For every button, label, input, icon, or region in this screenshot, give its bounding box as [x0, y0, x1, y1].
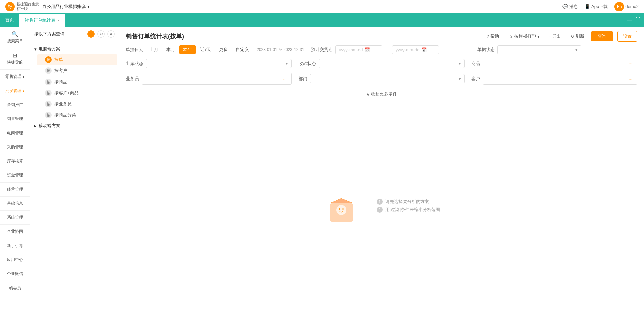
svg-point-1	[336, 205, 346, 215]
sidebar-item-ecommerce[interactable]: 电商管理	[0, 126, 30, 140]
scheme-settings-button[interactable]: ⚙	[97, 30, 105, 38]
payment-status-label: 收款状态	[299, 61, 316, 67]
sidebar-item-marketing[interactable]: 营销推广	[0, 98, 30, 112]
message-button[interactable]: 💬 消息	[562, 4, 578, 10]
maximize-window-button[interactable]: ⛶	[635, 17, 641, 23]
add-scheme-button[interactable]: +	[87, 30, 95, 38]
tree-section-mobile: ▸ 移动端方案	[30, 121, 119, 131]
tree-item-by-product-category[interactable]: 按 按商品分类	[37, 110, 117, 120]
hint-number-2: 2	[377, 207, 383, 213]
collapse-panel-button[interactable]: «	[107, 30, 115, 38]
department-select[interactable]: ▾	[310, 74, 465, 83]
sidebar-item-basic-info[interactable]: 基础信息	[0, 197, 30, 211]
salesperson-select[interactable]: ···	[142, 73, 292, 85]
customer-select[interactable]: ···	[483, 73, 637, 85]
export-button[interactable]: ↑ 导出	[546, 32, 564, 41]
sidebar-item-member[interactable]: 畅会员	[0, 281, 30, 295]
settings-button[interactable]: 设置	[617, 31, 637, 42]
delivery-status-select[interactable]: ▾	[146, 59, 292, 68]
sidebar-item-inventory[interactable]: 库存核算	[0, 154, 30, 168]
mobile-icon: 📱	[585, 4, 590, 9]
minimize-window-button[interactable]: —	[627, 17, 632, 23]
salesperson-more-btn[interactable]: ···	[282, 75, 288, 83]
calendar-icon: 📅	[365, 47, 370, 52]
tab-home[interactable]: 首页	[0, 13, 19, 27]
sidebar-item-operations[interactable]: 经营管理	[0, 183, 30, 197]
tree-item-by-product[interactable]: 按 按商品	[37, 76, 117, 87]
hint-number-1: 1	[377, 199, 383, 205]
user-profile[interactable]: Ea demo2	[614, 2, 639, 11]
tree-item-by-order[interactable]: 按 按单	[37, 54, 117, 65]
svg-point-2	[339, 208, 340, 210]
tabbar: 首页 销售订单统计表 × — ⛶	[0, 13, 644, 27]
page-header: 销售订单统计表(按单) ? 帮助 🖨 按模板打印 ▾ ↑	[119, 27, 644, 103]
sidebar-item-enterprise[interactable]: 企业协同	[0, 225, 30, 239]
logo-area: 好 畅捷通好生意 标准版	[5, 2, 39, 11]
this-month-btn[interactable]: 本月	[163, 45, 179, 54]
sidebar-item-system[interactable]: 系统管理	[0, 211, 30, 225]
tree-item-by-customer-product[interactable]: 按 按客户+商品	[37, 88, 117, 98]
customer-more-btn[interactable]: ···	[627, 75, 634, 83]
payment-status-group: 收款状态 ▾	[299, 59, 465, 68]
sidebar-item-enterprise-wechat[interactable]: 企业微信	[0, 267, 30, 281]
department-group: 部门 ▾	[299, 74, 465, 83]
empty-hints: 1 请先选择要分析的方案 2 用[过滤]条件来缩小分析范围	[377, 199, 440, 215]
last-month-btn[interactable]: 上月	[146, 45, 162, 54]
customer-label: 客户	[471, 76, 480, 82]
filter-row-3: 业务员 ··· 部门 ▾	[126, 73, 637, 85]
tab-sales-order-stat[interactable]: 销售订单统计表 ×	[19, 13, 65, 27]
chevron-up-icon: ∧	[366, 92, 370, 97]
product-select[interactable]: ···	[483, 58, 637, 69]
expected-delivery-end-input[interactable]: yyyy-mm-dd 📅	[392, 45, 439, 54]
product-more-btn[interactable]: ···	[627, 60, 634, 67]
tree-item-by-salesman[interactable]: 按 按业务员	[37, 99, 117, 109]
sidebar-item-quick-nav[interactable]: ⊞ 快捷导航	[0, 48, 30, 70]
search-icon: 🔍	[12, 31, 18, 37]
more-date-btn[interactable]: 更多	[215, 45, 231, 54]
filter-row-2: 出库状态 ▾ 收款状态 ▾	[126, 58, 637, 69]
export-icon: ↑	[549, 34, 551, 39]
payment-status-select[interactable]: ▾	[319, 59, 465, 68]
delivery-status-group: 出库状态 ▾	[126, 59, 292, 68]
tree-section-pc-header[interactable]: ▾ 电脑端方案	[30, 44, 119, 54]
tree-expand-icon: ▾	[34, 47, 37, 52]
last-7-days-btn[interactable]: 近7天	[196, 45, 215, 54]
app-download-button[interactable]: 📱 App下载	[585, 4, 608, 10]
tab-close-icon[interactable]: ×	[57, 18, 59, 22]
sidebar-item-sales-mgmt[interactable]: 销售管理	[0, 112, 30, 126]
tree-collapsed-icon: ▸	[34, 123, 37, 128]
sidebar-item-retail[interactable]: 零售管理 ▾	[0, 70, 30, 84]
chevron-down-icon: ▾	[87, 4, 90, 9]
left-panel-actions: + ⚙ «	[87, 30, 115, 38]
sidebar-item-wholesale[interactable]: 批发管理 ▴	[0, 84, 30, 98]
empty-hint-2: 2 用[过滤]条件来缩小分析范围	[377, 207, 440, 213]
empty-hint-1: 1 请先选择要分析的方案	[377, 199, 440, 205]
current-year-btn[interactable]: 本年	[179, 45, 196, 54]
sidebar-item-purchase[interactable]: 采购管理	[0, 140, 30, 154]
print-button[interactable]: 🖨 按模板打印 ▾	[506, 32, 542, 41]
sidebar-item-finance[interactable]: 资金管理	[0, 168, 30, 183]
help-button[interactable]: ? 帮助	[484, 32, 501, 41]
scheme-icon-salesman: 按	[45, 101, 52, 107]
expected-delivery-start-input[interactable]: yyyy-mm-dd 📅	[335, 45, 382, 54]
collapse-filters-button[interactable]: ∧ 收起更多条件	[126, 88, 637, 100]
tree-section-mobile-header[interactable]: ▸ 移动端方案	[30, 121, 119, 131]
empty-state: 1 请先选择要分析的方案 2 用[过滤]条件来缩小分析范围	[119, 103, 644, 310]
app-selector[interactable]: 办公用品行业模拟账套 ▾	[42, 4, 90, 10]
order-status-label: 单据状态	[477, 47, 495, 53]
tree-item-by-customer[interactable]: 按 按客户	[37, 65, 117, 76]
filter-row-1: 单据日期 上月 本月 本年 近7天 更多 自定义 2023-01-01 至 20…	[126, 45, 637, 54]
custom-date-btn[interactable]: 自定义	[232, 45, 253, 54]
sidebar-item-new-user[interactable]: 新手引导	[0, 239, 30, 253]
query-button[interactable]: 查询	[591, 31, 613, 41]
tree-section-pc: ▾ 电脑端方案 按 按单 按 按客户 按	[30, 44, 119, 120]
empty-svg	[323, 187, 363, 227]
refresh-button[interactable]: ↻ 刷新	[568, 32, 587, 41]
left-panel-header: 按以下方案查询 + ⚙ «	[30, 27, 119, 41]
sidebar-item-search[interactable]: 🔍 搜索菜单	[0, 27, 30, 48]
date-separator: —	[385, 47, 389, 52]
filter-section: 单据日期 上月 本月 本年 近7天 更多 自定义 2023-01-01 至 20…	[126, 45, 637, 103]
sidebar-item-app-center[interactable]: 应用中心	[0, 253, 30, 267]
order-status-select[interactable]: ▾	[497, 45, 581, 54]
chevron-down-icon: ▾	[459, 61, 461, 66]
